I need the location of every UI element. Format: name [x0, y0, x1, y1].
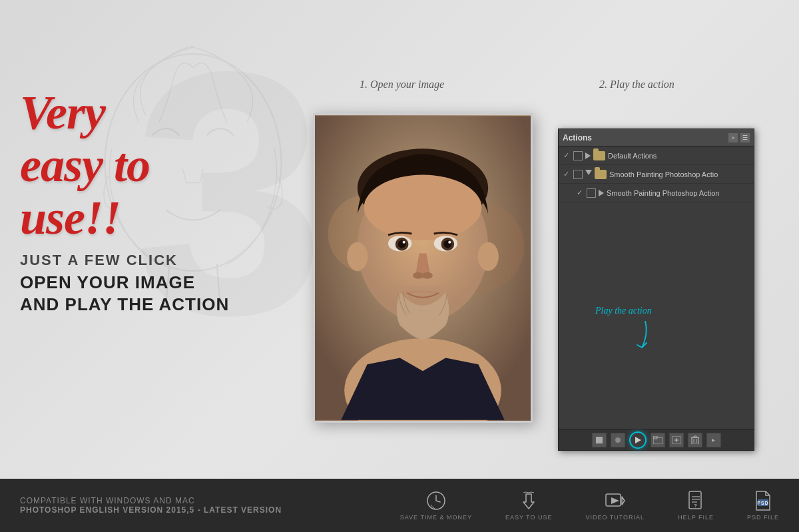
svg-text:PSD: PSD	[757, 501, 768, 505]
save-time-icon-item: SAVE TIME & MONEY	[400, 490, 472, 521]
easy-to-use-icon-item: EASY TO USE	[505, 490, 553, 521]
photo-container	[313, 113, 533, 423]
svg-point-18	[347, 242, 368, 271]
check-default: ✓	[561, 151, 571, 160]
svg-point-17	[422, 272, 433, 279]
check-smooth-action: ✓	[575, 188, 584, 198]
svg-rect-30	[694, 436, 696, 437]
ps-panel: Actions « ☰ ✓ Default Actions ✓ Smooth P…	[558, 129, 754, 451]
step2-label: 2. Play the action	[599, 79, 674, 91]
delete-button[interactable]	[688, 433, 702, 447]
psd-file-icon-item: PSD PSD FILE	[747, 490, 779, 521]
panel-menu[interactable]: ☰	[740, 133, 750, 142]
psd-file-label: PSD FILE	[747, 514, 779, 521]
help-file-icon-item: ? HELP FILE	[678, 490, 714, 521]
svg-point-14	[403, 241, 405, 244]
ps-row-smooth-folder[interactable]: ✓ Smooth Painting Photoshop Actio	[559, 165, 754, 184]
step1-label: 1. Open your image	[360, 79, 444, 91]
panel-double-arrow[interactable]: «	[728, 133, 738, 142]
ps-panel-header: Actions « ☰	[559, 129, 754, 146]
save-time-label: SAVE TIME & MONEY	[400, 514, 472, 521]
psd-file-icon: PSD	[752, 490, 774, 511]
bottom-bar: COMPATIBLE WITH WINDOWS AND MAC PHOTOSHO…	[0, 479, 799, 532]
square-icon-smooth-action	[587, 188, 596, 198]
default-actions-label: Default Actions	[608, 152, 751, 160]
ps-content-area: Play the action	[559, 202, 754, 429]
record-button[interactable]	[611, 433, 625, 447]
version-text: PHOTOSHOP ENGLISH VERSION 2015,5 - LATES…	[20, 505, 400, 515]
bottom-info: COMPATIBLE WITH WINDOWS AND MAC PHOTOSHO…	[20, 496, 400, 515]
play-icon	[635, 437, 641, 443]
svg-point-16	[413, 272, 423, 279]
help-file-icon: ?	[685, 490, 706, 511]
stop-button[interactable]	[592, 433, 607, 447]
play-annotation: Play the action	[595, 306, 652, 316]
svg-marker-35	[622, 497, 625, 505]
annotation-arrow	[632, 321, 665, 361]
save-time-icon	[425, 490, 447, 511]
svg-point-21	[615, 437, 621, 443]
triangle-smooth-folder[interactable]	[585, 170, 592, 178]
ps-panel-title: Actions	[563, 133, 592, 142]
folder-icon-smooth	[595, 170, 607, 179]
video-tutorial-icon-item: VIDEO TUTORIAL	[585, 490, 645, 521]
left-section: Very easy to use!! JUST A FEW CLICK OPEN…	[20, 87, 300, 316]
svg-marker-36	[611, 497, 619, 504]
bottom-icons: SAVE TIME & MONEY EASY TO USE VIDEO TUTO…	[400, 490, 779, 521]
check-smooth-folder: ✓	[561, 170, 571, 179]
new-action-button[interactable]	[669, 433, 684, 447]
triangle-default[interactable]	[585, 152, 591, 159]
panel-options-button[interactable]: ▸	[706, 433, 721, 447]
photo-placeholder	[315, 115, 531, 421]
smooth-folder-label: Smooth Painting Photoshop Actio	[609, 170, 751, 178]
svg-rect-28	[692, 437, 698, 444]
square-icon-default	[573, 151, 583, 160]
svg-rect-20	[596, 437, 603, 443]
ps-toolbar: ▸	[559, 429, 754, 450]
new-folder-button[interactable]	[651, 433, 665, 447]
easy-to-use-icon	[518, 490, 539, 511]
folder-icon-default	[593, 151, 605, 160]
video-tutorial-label: VIDEO TUTORIAL	[585, 514, 645, 521]
easy-to-use-label: EASY TO USE	[505, 514, 553, 521]
ps-panel-controls[interactable]: « ☰	[728, 133, 750, 142]
play-button[interactable]	[629, 431, 647, 449]
triangle-smooth-action[interactable]	[599, 190, 604, 196]
compatibility-text: COMPATIBLE WITH WINDOWS AND MAC	[20, 496, 400, 505]
smooth-action-label: Smooth Painting Photoshop Action	[607, 189, 751, 197]
easy-to-use-text: Very easy to use!!	[20, 87, 300, 245]
help-file-label: HELP FILE	[678, 514, 714, 521]
svg-point-19	[477, 242, 498, 271]
svg-text:?: ?	[694, 503, 698, 509]
portrait-svg	[315, 113, 531, 423]
ps-row-smooth-action[interactable]: ✓ Smooth Painting Photoshop Action	[559, 184, 754, 202]
svg-point-15	[448, 241, 451, 244]
just-few-clicks-text: JUST A FEW CLICK	[20, 252, 300, 269]
ps-row-default-actions[interactable]: ✓ Default Actions	[559, 146, 754, 165]
video-tutorial-icon	[605, 490, 626, 511]
svg-point-7	[364, 175, 482, 240]
open-image-text: OPEN YOUR IMAGE AND PLAY THE ACTION	[20, 272, 300, 317]
square-icon-smooth-folder	[573, 170, 583, 179]
